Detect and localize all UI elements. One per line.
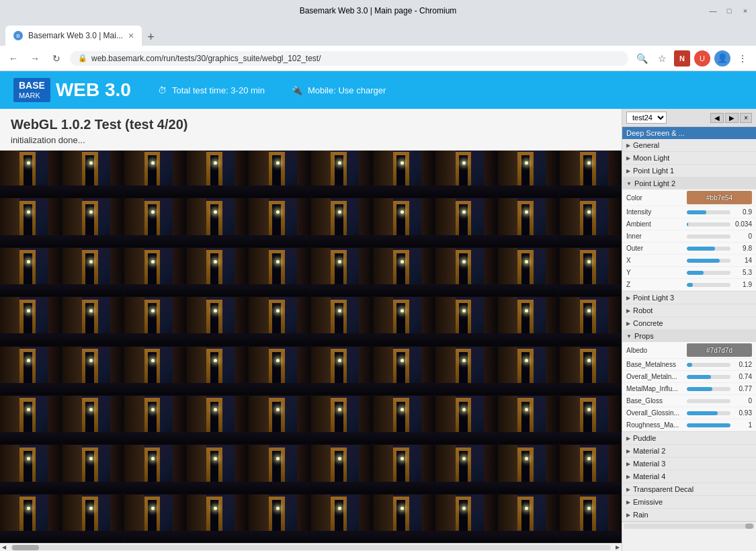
maximize-btn[interactable]: □ [724,5,734,16]
logo-base: BASE [19,81,45,91]
base-metalness-slider[interactable] [687,363,730,367]
rain-section-header[interactable]: ▶ Rain [622,509,756,521]
back-button[interactable]: ← [5,50,22,67]
z-control [687,283,730,287]
albedo-swatch[interactable]: #7d7d7d [687,343,752,357]
props-section-header[interactable]: ▼ Props [622,330,756,342]
webgl-cell [435,248,497,296]
point-light-3-section-header[interactable]: ▶ Point Light 3 [622,292,756,304]
webgl-cell [124,445,186,493]
moon-light-arrow-icon: ▶ [626,155,630,161]
roughness-ma-slider[interactable] [687,423,730,427]
webgl-cell [249,445,310,493]
webgl-cell [311,248,373,296]
overall-metaln-slider[interactable] [687,375,730,379]
webgl-cell [374,198,435,247]
albedo-control[interactable]: #7d7d7d [687,343,752,357]
forward-button[interactable]: → [27,50,43,67]
panel-scroll-thumb[interactable] [745,523,753,529]
webgl-cell [435,198,497,247]
refresh-button[interactable]: ↻ [48,50,65,67]
material-2-section-header[interactable]: ▶ Material 2 [622,445,756,457]
webgl-cell [124,198,186,247]
menu-icon[interactable]: ⋮ [734,50,751,67]
panel-section-props: ▼ Props Albedo #7d7d7d Base_Metalness [622,330,756,432]
webgl-cell [374,445,435,493]
scroll-left-arrow[interactable]: ◀ [0,544,8,552]
right-panel: test24 ◀ ▶ × Deep Screen & ... ▶ General… [622,109,756,551]
bottom-scrollbar[interactable]: ◀ ▶ [0,543,622,551]
general-section-header[interactable]: ▶ General [622,139,756,151]
robot-section-header[interactable]: ▶ Robot [622,304,756,316]
tab-close-btn[interactable]: × [128,30,134,41]
webgl-cell [62,445,124,493]
overall-glossin-slider[interactable] [687,411,730,415]
outer-label: Outer [626,245,687,252]
puddle-section-header[interactable]: ▶ Puddle [622,432,756,444]
point-light-1-label: Point Light 1 [633,167,674,175]
base-metalness-fill [687,363,692,367]
webgl-cell [124,297,186,345]
address-bar-icons: 🔍 ☆ N U 👤 ⋮ [634,50,751,67]
material-3-section-header[interactable]: ▶ Material 3 [622,458,756,470]
color-swatch[interactable]: #bb7e54 [687,191,752,204]
moon-light-section-header[interactable]: ▶ Moon Light [622,152,756,164]
profile-icon[interactable]: 👤 [714,50,730,67]
material-4-section-header[interactable]: ▶ Material 4 [622,470,756,482]
webgl-cell [187,347,249,395]
outer-row: Outer 9.8 [622,243,756,255]
webgl-cell [187,396,249,444]
ambient-slider[interactable] [687,222,730,226]
transparent-decal-section-header[interactable]: ▶ Transparent Decal [622,483,756,495]
webgl-cell [0,149,62,198]
intensity-slider[interactable] [687,210,730,214]
bookmark-icon[interactable]: ☆ [654,50,670,67]
albedo-hex-value: #7d7d7d [706,347,732,354]
y-slider[interactable] [687,271,730,275]
webgl-cell [62,396,124,444]
outer-slider[interactable] [687,247,730,251]
webgl-cell [124,396,186,444]
panel-scrollbar[interactable] [622,521,756,529]
webgl-cell [249,495,310,543]
outer-control [687,247,730,251]
panel-dropdown[interactable]: test24 [626,112,667,124]
x-control [687,259,730,263]
webgl-cell [249,347,310,395]
ambient-label: Ambient [626,220,687,228]
concrete-arrow-icon: ▶ [626,321,630,327]
z-slider[interactable] [687,283,730,287]
emissive-arrow-icon: ▶ [626,499,630,505]
search-icon[interactable]: 🔍 [634,50,650,67]
webgl-cell [62,248,124,296]
webgl-cell [435,445,497,493]
point-light-1-section-header[interactable]: ▶ Point Light 1 [622,165,756,177]
point-light-2-section-header[interactable]: ▼ Point Light 2 [622,177,756,189]
concrete-section-header[interactable]: ▶ Concrete [622,317,756,329]
scroll-thumb[interactable] [12,545,39,550]
metalmap-influ-slider[interactable] [687,387,730,391]
extension-icon-1[interactable]: N [674,50,690,67]
active-tab[interactable]: B Basemark Web 3.0 | Mai... × [5,26,142,46]
overall-glossin-fill [687,411,718,415]
panel-close-btn[interactable]: × [740,113,752,123]
scroll-right-arrow[interactable]: ▶ [614,544,622,552]
webgl-cell [311,445,373,493]
deep-screen-label: Deep Screen & ... [622,127,756,139]
url-bar[interactable]: 🔒 web.basemark.com/run/tests/30/graphics… [70,51,628,66]
base-gloss-slider[interactable] [687,399,730,403]
extension-icon-2[interactable]: U [694,50,710,67]
emissive-section-header[interactable]: ▶ Emissive [622,496,756,508]
close-btn[interactable]: × [740,5,751,16]
mobile-info: 🔌 Mobile: Use charger [292,85,386,95]
x-slider[interactable] [687,259,730,263]
inner-slider[interactable] [687,235,730,239]
panel-next-btn[interactable]: ▶ [725,113,739,123]
inner-label: Inner [626,232,687,240]
panel-prev-btn[interactable]: ◀ [710,113,724,123]
webgl-cell [0,445,62,493]
new-tab-button[interactable]: + [144,30,157,44]
color-control[interactable]: #bb7e54 [687,191,752,204]
minimize-btn[interactable]: — [708,5,718,16]
base-metalness-control [687,363,730,367]
